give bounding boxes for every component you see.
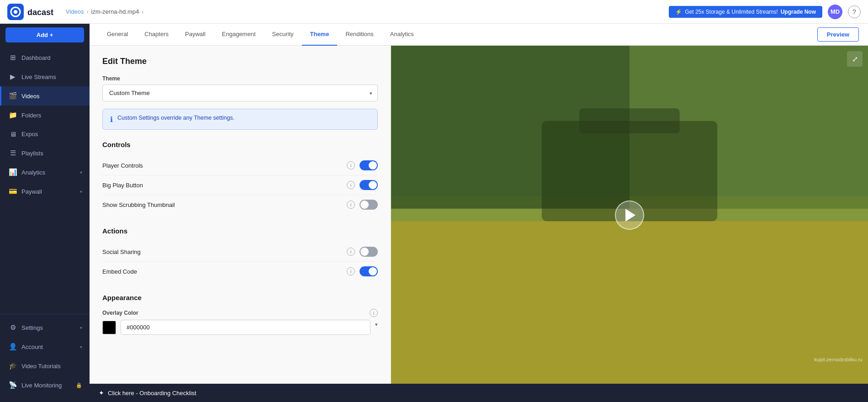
toggle-label-wrap: Show Scrubbing Thumbnail [102,201,175,208]
add-button[interactable]: Add + [5,27,84,42]
toggle-knob [369,161,377,169]
upgrade-banner[interactable]: ⚡ Get 25x Storage & Unlimited Streams! U… [669,6,822,18]
overlay-color-input[interactable] [121,320,370,335]
breadcrumb-file: izm-zerna-hd.mp4 [91,8,139,15]
tab-security[interactable]: Security [264,24,302,46]
embed-code-toggle[interactable] [360,266,378,276]
upgrade-text: Get 25x Storage & Unlimited Streams! [685,9,778,15]
color-swatch[interactable] [102,321,116,334]
controls-section: Controls Player Controls i [102,141,378,214]
show-scrubbing-thumbnail-label: Show Scrubbing Thumbnail [102,201,175,208]
show-scrubbing-thumbnail-toggle[interactable] [360,200,378,210]
tab-engagement[interactable]: Engagement [214,24,264,46]
preview-button[interactable]: Preview [817,27,859,42]
tab-general[interactable]: General [99,24,136,46]
sidebar-nav: ⊞ Dashboard ▶ Live Streams 🎬 Videos 📁 Fo… [0,46,90,314]
upgrade-cta[interactable]: Upgrade Now [781,9,816,15]
account-icon: 👤 [9,343,17,351]
tab-analytics[interactable]: Analytics [382,24,422,46]
big-play-button-toggle[interactable] [360,180,378,190]
analytics-icon: 📊 [9,168,17,176]
controls-title: Controls [102,141,378,148]
actions-title: Actions [102,227,378,235]
video-play-overlay [615,201,644,230]
sidebar-item-label: Videos [21,93,40,100]
content-area: General Chapters Paywall Engagement Secu… [90,24,868,402]
sidebar-item-playlists[interactable]: ☰ Playlists [0,143,90,163]
tab-theme[interactable]: Theme [302,24,338,46]
sidebar-item-account[interactable]: 👤 Account ▾ [0,337,90,356]
toggle-row-social-sharing: Social Sharing i [102,242,378,262]
help-button[interactable]: ? [848,5,861,18]
info-circle-scrubbing[interactable]: i [347,201,355,209]
toggle-knob [360,248,369,256]
tab-renditions[interactable]: Renditions [337,24,381,46]
sidebar-item-label: Live Streams [21,74,56,80]
sidebar-item-label: Dashboard [21,54,51,61]
tabs: General Chapters Paywall Engagement Secu… [99,24,422,46]
share-button[interactable]: ⤢ [847,51,863,67]
theme-select-wrapper: Custom Theme Default Dark Light ▾ [102,85,378,101]
sidebar-item-expos[interactable]: 🖥 Expos [0,125,90,143]
sidebar-item-dashboard[interactable]: ⊞ Dashboard [0,48,90,67]
play-circle[interactable] [615,201,644,230]
sidebar-item-label: Paywall [21,188,42,195]
tab-paywall[interactable]: Paywall [177,24,214,46]
info-circle-embed-code[interactable]: i [347,267,355,275]
sidebar-bottom: ⚙ Settings ▾ 👤 Account ▾ 🎓 Video Tutoria… [0,314,90,402]
info-circle-overlay-color[interactable]: i [370,309,378,317]
sidebar-item-videos[interactable]: 🎬 Videos [0,86,90,106]
toggle-row-player-controls: Player Controls i [102,156,378,175]
social-sharing-label: Social Sharing [102,249,141,255]
theme-label: Theme [102,75,378,82]
tab-chapters[interactable]: Chapters [136,24,177,46]
sidebar-item-settings[interactable]: ⚙ Settings ▾ [0,318,90,337]
info-circle-big-play-button[interactable]: i [347,181,355,189]
big-play-button-label: Big Play Button [102,182,143,189]
video-frame: ⤢ kupit-zernodrobilku.ru [391,46,868,384]
sidebar-item-live-monitoring[interactable]: 📡 Live Monitoring 🔒 [0,376,90,395]
sidebar-item-folders[interactable]: 📁 Folders [0,106,90,125]
page-title: Edit Theme [102,57,378,66]
sidebar-item-video-tutorials[interactable]: 🎓 Video Tutorials [0,356,90,376]
breadcrumb: Videos › izm-zerna-hd.mp4 › [66,8,143,15]
sidebar-item-live-streams[interactable]: ▶ Live Streams [0,67,90,86]
toggle-row-big-play-button: Big Play Button i [102,175,378,195]
svg-point-2 [14,10,17,14]
upgrade-icon: ⚡ [675,9,682,15]
actions-section: Actions Social Sharing i [102,227,378,281]
breadcrumb-separator: › [87,9,89,15]
onboarding-bar[interactable]: ✦ Click here - Onboarding Checklist [90,384,868,402]
sidebar: Add + ⊞ Dashboard ▶ Live Streams 🎬 Video… [0,24,90,402]
player-controls-toggle[interactable] [360,160,378,170]
sidebar-item-analytics[interactable]: 📊 Analytics ▾ [0,163,90,182]
sidebar-item-label: Account [21,344,43,350]
sidebar-item-paywall[interactable]: 💳 Paywall ▾ [0,182,90,201]
theme-select[interactable]: Custom Theme Default Dark Light [102,85,378,101]
info-circle-player-controls[interactable]: i [347,161,355,169]
social-sharing-toggle[interactable] [360,247,378,257]
onboarding-icon: ✦ [99,389,104,397]
folders-icon: 📁 [9,111,17,119]
toggle-label-wrap: Social Sharing [102,249,141,255]
breadcrumb-videos-link[interactable]: Videos [66,8,84,15]
info-circle-social-sharing[interactable]: i [347,248,355,256]
info-icon: ℹ [110,115,113,124]
live-monitoring-icon: 📡 [9,381,17,389]
top-bar: dacast Videos › izm-zerna-hd.mp4 › ⚡ Get… [0,0,868,24]
breadcrumb-separator2: › [142,9,143,15]
toggle-right: i [347,266,378,276]
lock-icon: 🔒 [76,382,82,388]
videos-icon: 🎬 [9,92,17,100]
tab-bar: General Chapters Paywall Engagement Secu… [90,24,868,46]
sidebar-item-label: Settings [21,324,43,331]
overlay-color-label: Overlay Color [102,310,138,316]
toggle-label-wrap: Embed Code [102,268,137,275]
chevron-down-icon: ▾ [375,322,378,328]
toggle-knob [360,201,369,209]
playlists-icon: ☰ [9,149,17,157]
color-row: ▾ [102,320,378,335]
watermark: kupit-zernodrobilku.ru [814,357,863,362]
top-bar-left: dacast Videos › izm-zerna-hd.mp4 › [7,4,143,20]
avatar[interactable]: MD [828,5,842,19]
